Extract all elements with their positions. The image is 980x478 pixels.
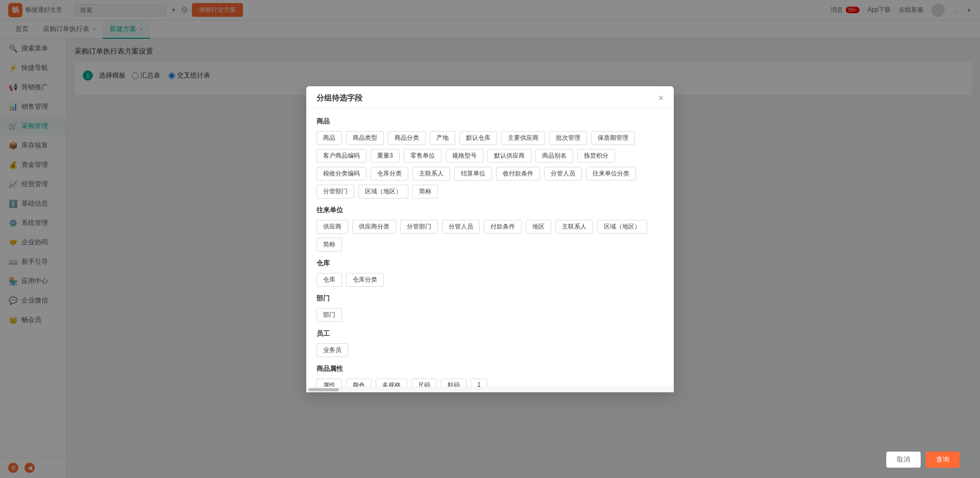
tag-item[interactable]: 分管部门 bbox=[400, 220, 438, 234]
tag-item[interactable]: 多规格 bbox=[376, 379, 407, 387]
section-title-partners: 往来单位 bbox=[316, 206, 664, 215]
modal-body: 商品商品商品类型商品分类产地默认仓库主要供应商批次管理保质期管理客户商品编码重量… bbox=[306, 109, 674, 387]
tag-grid-product_attrs: 属性颜色多规格尺码鞋码1 bbox=[316, 379, 664, 387]
tag-item[interactable]: 客户商品编码 bbox=[316, 149, 366, 163]
tag-item[interactable]: 鞋码 bbox=[441, 379, 467, 387]
tag-item[interactable]: 拣货积分 bbox=[577, 149, 615, 163]
tag-item[interactable]: 商品类型 bbox=[346, 131, 384, 145]
modal-close-icon[interactable]: × bbox=[658, 93, 664, 103]
section-title-department: 部门 bbox=[316, 294, 664, 303]
tag-item[interactable]: 商品分类 bbox=[388, 131, 426, 145]
tag-item[interactable]: 颜色 bbox=[346, 379, 372, 387]
modal-footer: 取消 查询 bbox=[886, 451, 960, 468]
modal-header: 分组待选字段 × bbox=[306, 86, 674, 109]
section-title-goods: 商品 bbox=[316, 117, 664, 126]
tag-item[interactable]: 简称 bbox=[316, 238, 342, 251]
tag-item[interactable]: 供应商 bbox=[316, 220, 348, 234]
tag-grid-goods: 商品商品类型商品分类产地默认仓库主要供应商批次管理保质期管理客户商品编码重量3零… bbox=[316, 131, 664, 198]
cancel-button[interactable]: 取消 bbox=[886, 451, 921, 468]
tag-item[interactable]: 税收分类编码 bbox=[316, 167, 366, 181]
tag-item[interactable]: 业务员 bbox=[316, 343, 348, 357]
tag-grid-department: 部门 bbox=[316, 308, 664, 322]
tag-item[interactable]: 区域（地区） bbox=[358, 185, 408, 198]
tag-item[interactable]: 产地 bbox=[430, 131, 455, 145]
tag-item[interactable]: 分管部门 bbox=[316, 185, 354, 198]
tag-item[interactable]: 保质期管理 bbox=[591, 131, 635, 145]
tag-grid-partners: 供应商供应商分类分管部门分管人员付款条件地区主联系人区域（地区）简称 bbox=[316, 220, 664, 251]
tag-item[interactable]: 仓库 bbox=[316, 273, 342, 287]
tag-item[interactable]: 主联系人 bbox=[412, 167, 450, 181]
tag-item[interactable]: 分管人员 bbox=[442, 220, 480, 234]
tag-item[interactable]: 重量3 bbox=[371, 149, 400, 163]
tag-item[interactable]: 简称 bbox=[412, 185, 438, 198]
tag-item[interactable]: 部门 bbox=[316, 308, 342, 322]
tag-item[interactable]: 仓库分类 bbox=[371, 167, 408, 181]
tag-item[interactable]: 商品别名 bbox=[535, 149, 573, 163]
section-title-employee: 员工 bbox=[316, 329, 664, 338]
tag-item[interactable]: 默认供应商 bbox=[487, 149, 531, 163]
confirm-button[interactable]: 查询 bbox=[926, 451, 960, 468]
tag-item[interactable]: 供应商分类 bbox=[352, 220, 396, 234]
tag-item[interactable]: 尺码 bbox=[411, 379, 437, 387]
tag-item[interactable]: 商品 bbox=[316, 131, 342, 145]
tag-item[interactable]: 往来单位分类 bbox=[586, 167, 636, 181]
tag-item[interactable]: 主要供应商 bbox=[501, 131, 545, 145]
section-title-warehouse: 仓库 bbox=[316, 259, 664, 268]
tag-item[interactable]: 分管人员 bbox=[544, 167, 582, 181]
tag-item[interactable]: 收付款条件 bbox=[496, 167, 540, 181]
tag-item[interactable]: 零售单位 bbox=[404, 149, 442, 163]
tag-item[interactable]: 主联系人 bbox=[555, 220, 593, 234]
modal-overlay[interactable]: 分组待选字段 × 商品商品商品类型商品分类产地默认仓库主要供应商批次管理保质期管… bbox=[0, 0, 980, 478]
tag-item[interactable]: 地区 bbox=[526, 220, 551, 234]
tag-grid-employee: 业务员 bbox=[316, 343, 664, 357]
tag-item[interactable]: 结算单位 bbox=[454, 167, 492, 181]
field-selection-modal: 分组待选字段 × 商品商品商品类型商品分类产地默认仓库主要供应商批次管理保质期管… bbox=[306, 86, 674, 392]
tag-item[interactable]: 1 bbox=[471, 379, 487, 387]
tag-item[interactable]: 付款条件 bbox=[484, 220, 522, 234]
section-title-product_attrs: 商品属性 bbox=[316, 364, 664, 373]
tag-item[interactable]: 区域（地区） bbox=[597, 220, 647, 234]
tag-item[interactable]: 仓库分类 bbox=[346, 273, 384, 287]
tag-grid-warehouse: 仓库仓库分类 bbox=[316, 273, 664, 287]
modal-title: 分组待选字段 bbox=[316, 93, 362, 103]
modal-horizontal-scrollbar[interactable] bbox=[306, 387, 674, 392]
tag-item[interactable]: 默认仓库 bbox=[459, 131, 497, 145]
tag-item[interactable]: 批次管理 bbox=[549, 131, 587, 145]
tag-item[interactable]: 属性 bbox=[316, 379, 342, 387]
tag-item[interactable]: 规格型号 bbox=[446, 149, 483, 163]
